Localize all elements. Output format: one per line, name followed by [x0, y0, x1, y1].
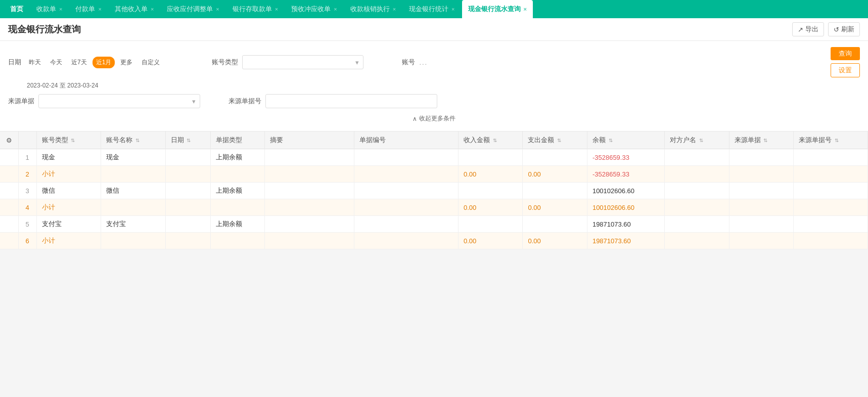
row-summary: [265, 183, 354, 199]
more-dots[interactable]: ...: [419, 59, 428, 66]
date-btn-yesterday[interactable]: 昨天: [25, 57, 44, 68]
date-btn-1month[interactable]: 近1月: [93, 57, 115, 68]
row-income: 0.00: [458, 199, 523, 216]
account-type-group: 账号类型 ▾: [212, 55, 363, 69]
row-date: [165, 233, 210, 249]
row-doc-no: [354, 149, 458, 166]
row-doc-no: [354, 199, 458, 216]
nav-tab-home[interactable]: 首页: [4, 0, 29, 18]
nav-tab-stats[interactable]: 现金银行统计 ×: [403, 0, 461, 18]
row-account-name: [101, 199, 166, 216]
row-account-name: [101, 166, 166, 183]
row-doc-type: [210, 166, 264, 183]
date-btn-7days[interactable]: 近7天: [68, 57, 90, 68]
nav-tab-verify[interactable]: 收款核销执行 ×: [344, 0, 402, 18]
table-row[interactable]: 1 现金 现金 上期余额 -3528659.33: [0, 149, 868, 166]
row-date: [165, 216, 210, 233]
collapse-bar[interactable]: ∧ 收起更多条件: [8, 112, 860, 125]
th-doc-no: 单据编号: [354, 131, 458, 149]
th-counterparty[interactable]: 对方户名 ⇅: [665, 131, 729, 149]
account-label: 账号: [402, 58, 415, 67]
row-doc-type: [210, 233, 264, 249]
table-row[interactable]: 6 小计 0.00 0.00 19871073.60: [0, 233, 868, 249]
source-doc-no-input[interactable]: [265, 94, 437, 108]
row-account-type: 现金: [36, 149, 101, 166]
th-date[interactable]: 日期 ⇅: [165, 131, 210, 149]
row-date: [165, 183, 210, 199]
filter-row-2: 来源单据 ▾ 来源单据号: [8, 94, 860, 108]
row-account-type: 小计: [36, 166, 101, 183]
row-source-doc: [729, 216, 794, 233]
row-num: 5: [18, 216, 36, 233]
table-row[interactable]: 3 微信 微信 上期余额 100102606.60: [0, 183, 868, 199]
row-account-name: 现金: [101, 149, 166, 166]
row-account-name: 支付宝: [101, 216, 166, 233]
query-button[interactable]: 查询: [831, 47, 860, 60]
table-row[interactable]: 2 小计 0.00 0.00 -3528659.33: [0, 166, 868, 183]
date-range-display: 2023-02-24 至 2023-03-24: [27, 81, 860, 90]
row-account-name: 微信: [101, 183, 166, 199]
row-doc-no: [354, 216, 458, 233]
close-icon[interactable]: ×: [524, 6, 527, 12]
table-body: 1 现金 现金 上期余额 -3528659.33 2 小计 0.00 0.00 …: [0, 149, 868, 249]
th-income[interactable]: 收入金额 ⇅: [458, 131, 523, 149]
collapse-label: 收起更多条件: [419, 114, 455, 123]
close-icon[interactable]: ×: [216, 6, 219, 12]
table-row[interactable]: 4 小计 0.00 0.00 100102606.60: [0, 199, 868, 216]
export-icon: ↗: [798, 26, 803, 33]
th-source-doc[interactable]: 来源单据 ⇅: [729, 131, 794, 149]
source-doc-label: 来源单据: [8, 97, 34, 106]
refresh-button[interactable]: ↺ 刷新: [828, 22, 860, 36]
close-icon[interactable]: ×: [59, 6, 62, 12]
table-row[interactable]: 5 支付宝 支付宝 上期余额 19871073.60: [0, 216, 868, 233]
row-doc-no: [354, 233, 458, 249]
account-type-select[interactable]: ▾: [242, 55, 363, 69]
date-btn-custom[interactable]: 自定义: [138, 57, 163, 68]
row-num: 6: [18, 233, 36, 249]
source-doc-no-label: 来源单据号: [229, 97, 261, 106]
row-expense: 0.00: [523, 199, 587, 216]
settings-button[interactable]: 设置: [831, 63, 860, 77]
nav-tab-cashflow[interactable]: 现金银行流水查询 ×: [462, 0, 533, 18]
row-counterparty: [665, 183, 729, 199]
row-counterparty: [665, 149, 729, 166]
close-icon[interactable]: ×: [451, 6, 454, 12]
table-container: ⚙ 账号类型 ⇅ 账号名称 ⇅ 日期 ⇅ 单据类型 摘要 单据编号 收入金额 ⇅…: [0, 131, 868, 249]
refresh-icon: ↺: [834, 26, 839, 33]
th-balance[interactable]: 余额 ⇅: [587, 131, 664, 149]
date-btn-today[interactable]: 今天: [47, 57, 66, 68]
source-doc-select[interactable]: ▾: [38, 94, 200, 108]
close-icon[interactable]: ×: [334, 6, 337, 12]
row-summary: [265, 166, 354, 183]
row-settings: [0, 183, 18, 199]
close-icon[interactable]: ×: [98, 6, 101, 12]
row-date: [165, 166, 210, 183]
th-source-doc-no[interactable]: 来源单据号 ⇅: [794, 131, 868, 149]
date-btn-more[interactable]: 更多: [117, 57, 136, 68]
nav-tab-adjustment[interactable]: 应收应付调整单 ×: [161, 0, 225, 18]
nav-tab-payment[interactable]: 付款单 ×: [69, 0, 107, 18]
nav-tab-receipt[interactable]: 收款单 ×: [30, 0, 68, 18]
nav-tab-bank-deposit[interactable]: 银行存取款单 ×: [226, 0, 284, 18]
filter-area: 日期 昨天 今天 近7天 近1月 更多 自定义 账号类型 ▾ 账号 ...: [0, 41, 868, 131]
th-account-type[interactable]: 账号类型 ⇅: [36, 131, 101, 149]
row-source-doc: [729, 199, 794, 216]
th-expense[interactable]: 支出金额 ⇅: [523, 131, 587, 149]
export-button[interactable]: ↗ 导出: [792, 22, 824, 36]
row-num: 1: [18, 149, 36, 166]
date-shortcuts: 昨天 今天 近7天 近1月 更多 自定义: [25, 57, 163, 68]
nav-tab-prepay[interactable]: 预收冲应收单 ×: [285, 0, 343, 18]
close-icon[interactable]: ×: [393, 6, 396, 12]
row-date: [165, 149, 210, 166]
table-settings-th[interactable]: ⚙: [0, 131, 18, 149]
row-source-doc: [729, 166, 794, 183]
nav-tab-other-income[interactable]: 其他收入单 ×: [109, 0, 160, 18]
row-source-doc-no: [794, 199, 868, 216]
th-summary: 摘要: [265, 131, 354, 149]
th-account-name[interactable]: 账号名称 ⇅: [101, 131, 166, 149]
close-icon[interactable]: ×: [151, 6, 154, 12]
close-icon[interactable]: ×: [275, 6, 278, 12]
row-income: [458, 149, 523, 166]
row-source-doc: [729, 149, 794, 166]
row-settings: [0, 233, 18, 249]
